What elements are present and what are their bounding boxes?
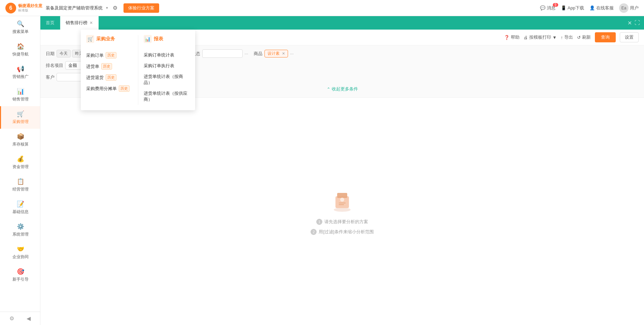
svg-point-3 [340,198,344,202]
query-btn[interactable]: 查询 [595,32,616,42]
sidebar-item-operation[interactable]: 📋 经营管理 [0,174,40,196]
settings-icon[interactable]: ⚙ [113,5,117,11]
help-label: 帮助 [511,34,520,40]
industry-btn[interactable]: 体验行业方案 [123,3,159,13]
home-icon: 🏠 [17,43,24,50]
print-icon: 🖨 [524,35,528,40]
system-dropdown-arrow[interactable]: ▼ [105,6,109,10]
message-badge: 9 [553,3,558,7]
sidebar-item-guide[interactable]: 🎯 新手引导 [0,264,40,286]
customer-filter-label: 客户 [46,74,55,80]
sidebar-item-finance[interactable]: 💰 资金管理 [0,151,40,174]
dropdown-item-receipt[interactable]: 进货单 历史 [86,61,133,72]
top-header: 6 畅捷通好生意 标准版 装备及固定资产辅助管理系统 ▼ ⚙ 体验行业方案 💬 … [0,0,644,16]
tab-sales-rank[interactable]: 销售排行榜 ✕ [60,16,99,30]
app-download-item[interactable]: 📱 App下载 [561,5,584,11]
operation-icon: 📋 [17,178,24,185]
empty-illustration [329,188,356,215]
goods-filter-label: 商品 [254,51,262,57]
tab-expand-btn[interactable]: ⛶ [635,20,640,26]
system-title: 装备及固定资产辅助管理系统 [46,5,103,11]
refresh-label: 刷新 [582,34,591,40]
dropdown-item-po[interactable]: 采购订单 历史 [86,50,133,61]
status-select[interactable] [202,49,243,58]
collapse-chevron-icon: ⌃ [327,87,330,92]
goods-tag-label: 设计素 [267,51,280,56]
purchase-icon: 🛒 [17,110,24,118]
phone-icon: 📱 [561,5,566,10]
report-col-label: 报表 [154,36,163,42]
dropdown-item-po-exec-label: 采购订单执行表 [144,63,174,69]
sidebar-label-finance: 资金管理 [12,164,29,170]
dropdown-menu: 🛒 采购业务 采购订单 历史 进货单 历史 进货退货 历史 [81,30,195,110]
tab-bar-right: ✕ ⛶ [628,20,644,26]
dropdown-col-purchase: 🛒 采购业务 采购订单 历史 进货单 历史 进货退货 历史 [81,35,138,105]
sidebar-item-purchase[interactable]: 🛒 采购管理 [0,106,40,129]
dropdown-item-receipt-by-supplier[interactable]: 进货单统计表（按供应商） [144,88,190,105]
dropdown-item-return[interactable]: 进货退货 历史 [86,72,133,83]
sidebar-label-nav: 快捷导航 [12,51,29,57]
dropdown-item-po-stats[interactable]: 采购订单统计表 [144,50,190,60]
status-dots[interactable]: ··· [245,51,248,56]
dropdown-item-po-stats-label: 采购订单统计表 [144,52,174,58]
dropdown-item-expense-history: 历史 [119,85,130,92]
guide-icon: 🎯 [17,268,24,275]
sidebar-label-sales: 销售管理 [12,96,29,102]
sidebar-label-collab: 企业协同 [12,254,29,260]
sidebar-item-basic[interactable]: 📝 基础信息 [0,196,40,219]
sidebar-collapse-btn[interactable]: ◀ [27,315,31,322]
export-icon: ↑ [561,35,563,40]
sidebar-label-marketing: 营销推广 [12,74,29,80]
user-avatar: Ea [619,3,629,13]
sidebar-item-collab[interactable]: 🤝 企业协同 [0,241,40,264]
dropdown-item-expense[interactable]: 采购费用分摊单 历史 [86,83,133,94]
tab-sales-rank-close[interactable]: ✕ [90,21,93,25]
dropdown-item-po-exec[interactable]: 采购订单执行表 [144,60,190,71]
dropdown-item-receipt-history: 历史 [101,63,112,70]
dropdown-col-purchase-title: 🛒 采购业务 [86,35,133,46]
dropdown-item-receipt-by-goods[interactable]: 进货单统计表（按商品） [144,71,190,88]
sidebar-item-inventory[interactable]: 📦 库存核算 [0,129,40,151]
service-item[interactable]: 👤 在线客服 [589,5,614,11]
user-item[interactable]: Ea 用户 [619,3,639,13]
sidebar-item-search[interactable]: 🔍 搜索菜单 [0,16,40,39]
goods-dots[interactable]: ··· [290,51,294,56]
refresh-icon: ↺ [577,35,581,40]
dropdown-item-receipt-by-goods-label: 进货单统计表（按商品） [144,74,190,86]
sidebar-item-marketing[interactable]: 📢 营销推广 [0,61,40,84]
sidebar-settings-btn[interactable]: ⚙ [9,315,14,322]
tab-close-all-btn[interactable]: ✕ [628,20,632,26]
sidebar-label-guide: 新手引导 [12,277,29,282]
collapse-btn[interactable]: ⌃ 收起更多条件 [327,85,358,93]
print-btn[interactable]: 🖨 按模板打印 ▼ [524,34,557,40]
export-btn[interactable]: ↑ 导出 [561,34,573,40]
inventory-icon: 📦 [17,133,24,140]
refresh-btn[interactable]: ↺ 刷新 [577,34,591,40]
goods-tag[interactable]: 设计素 ✕ [264,50,288,57]
sidebar-item-sales[interactable]: 📊 销售管理 [0,84,40,106]
goods-tag-close[interactable]: ✕ [282,51,285,55]
sidebar-item-nav[interactable]: 🏠 快捷导航 [0,39,40,61]
logo-icon: 6 [5,3,16,13]
dropdown-col-report-title: 📊 报表 [144,35,190,46]
dropdown-item-po-label: 采购订单 [86,52,104,58]
print-dropdown-icon[interactable]: ▼ [552,35,557,40]
user-label: 用户 [630,5,639,11]
help-btn[interactable]: ❓ 帮助 [504,34,520,40]
step-2: 2 [311,229,317,235]
main-layout: 🔍 搜索菜单 🏠 快捷导航 📢 营销推广 📊 销售管理 🛒 采购管理 📦 库存核… [0,16,644,325]
help-icon: ❓ [504,35,509,40]
header-right: 💬 消息 9 📱 App下载 👤 在线客服 Ea 用户 [540,3,639,13]
message-item[interactable]: 💬 消息 9 [540,5,556,11]
tab-home[interactable]: 首页 [40,16,60,30]
empty-tip-1-wrap: 1 请先选择要分析的方案 [316,219,368,225]
sidebar-label-purchase: 采购管理 [12,119,29,125]
date-shortcut-today[interactable]: 今天 [57,50,71,57]
date-filter-label: 日期 [46,51,55,57]
rank-filter-label: 排名项目 [46,63,63,69]
settings-btn[interactable]: 设置 [620,32,639,42]
dropdown-item-expense-label: 采购费用分摊单 [86,86,117,92]
dropdown-col-report: 📊 报表 采购订单统计表 采购订单执行表 进货单统计表（按商品） 进货单统计表（… [138,35,195,105]
search-icon: 🔍 [17,20,24,28]
sidebar-item-system[interactable]: ⚙️ 系统管理 [0,219,40,241]
